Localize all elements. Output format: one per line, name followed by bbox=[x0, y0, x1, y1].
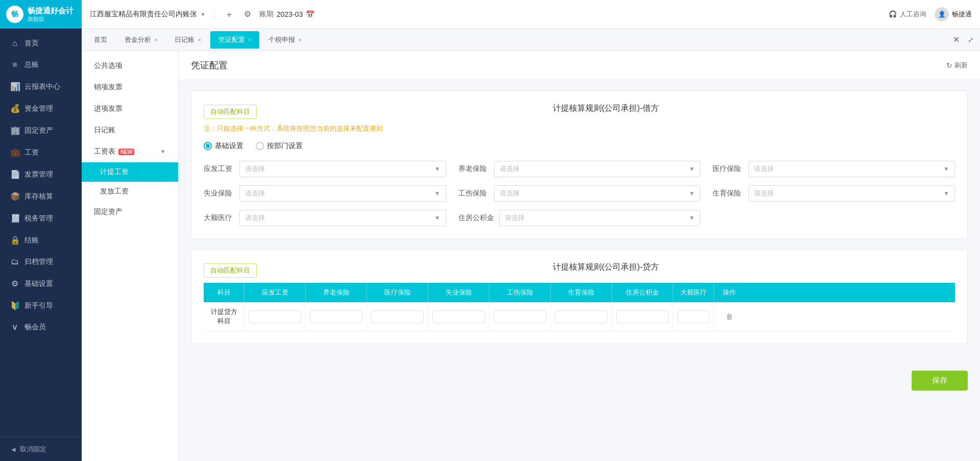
table-row: 计提贷方科目 bbox=[204, 302, 955, 331]
th-pension: 养老保险 bbox=[306, 283, 367, 302]
sidebar-item-ledger[interactable]: ≡ 总账 bbox=[0, 54, 82, 76]
th-large-medical: 大额医疗 bbox=[673, 283, 714, 302]
th-action: 操作 bbox=[714, 283, 745, 302]
left-nav-pay-salary[interactable]: 发放工资 bbox=[82, 182, 178, 201]
credit-section: 自动匹配科目 计提核算规则(公司承担)-贷方 科目 应发工资 养老保险 医疗保险… bbox=[191, 249, 968, 344]
td-maternity-input[interactable] bbox=[555, 310, 607, 323]
invoice-icon: 📄 bbox=[10, 169, 19, 179]
sidebar-item-settings[interactable]: ⚙ 基础设置 bbox=[0, 273, 82, 295]
work-injury-chevron-icon: ▼ bbox=[689, 190, 695, 197]
save-button[interactable]: 保存 bbox=[912, 371, 968, 391]
left-nav-salary-table[interactable]: 工资表 NEW ▼ bbox=[82, 141, 178, 162]
debit-radio-group: 基础设置 按部门设置 bbox=[204, 141, 955, 151]
unemployment-label: 失业保险 bbox=[204, 189, 234, 198]
sidebar-item-salary[interactable]: 💼 工资 bbox=[0, 141, 82, 163]
large-medical-select[interactable]: 请选择 ▼ bbox=[239, 210, 446, 226]
funds-icon: 💰 bbox=[10, 104, 19, 113]
sidebar-item-inventory[interactable]: 📦 库存核算 bbox=[0, 185, 82, 207]
radio-basic[interactable]: 基础设置 bbox=[204, 141, 243, 151]
refresh-button[interactable]: ↻ 刷新 bbox=[946, 61, 968, 70]
maternity-select[interactable]: 请选择 ▼ bbox=[748, 185, 955, 202]
reports-icon: 📊 bbox=[10, 82, 19, 91]
td-housing-fund-input[interactable] bbox=[616, 310, 669, 323]
salary-icon: 💼 bbox=[10, 148, 19, 157]
left-nav-journal[interactable]: 日记账 bbox=[82, 119, 178, 141]
td-medical-input[interactable] bbox=[371, 310, 424, 323]
housing-fund-select[interactable]: 请选择 ▼ bbox=[499, 210, 701, 226]
settings-button[interactable]: ⚙ bbox=[242, 7, 253, 21]
salary-select[interactable]: 请选择 ▼ bbox=[239, 161, 446, 177]
cancel-fixed-button[interactable]: ◄ 取消固定 bbox=[0, 437, 82, 461]
tab-tax[interactable]: 个税申报 × bbox=[260, 31, 309, 48]
tab-tax-close[interactable]: × bbox=[298, 37, 301, 43]
radio-dept[interactable]: 按部门设置 bbox=[256, 141, 303, 151]
tab-funds[interactable]: 资金分析 × bbox=[116, 31, 165, 48]
left-nav-calc-salary[interactable]: 计提工资 bbox=[82, 162, 178, 182]
debit-section-title: 计提核算规则(公司承担)-借方 bbox=[553, 103, 659, 114]
work-injury-label: 工伤保险 bbox=[458, 189, 489, 198]
td-housing-fund[interactable] bbox=[612, 302, 673, 331]
td-maternity[interactable] bbox=[551, 302, 612, 331]
tab-home[interactable]: 首页 bbox=[86, 31, 115, 48]
left-nav-sales[interactable]: 销项发票 bbox=[82, 77, 178, 98]
sidebar-item-invoice[interactable]: 📄 发票管理 bbox=[0, 163, 82, 185]
th-salary: 应发工资 bbox=[244, 283, 306, 302]
radio-basic-dot bbox=[206, 144, 210, 148]
sidebar-item-assets[interactable]: 🏢 固定资产 bbox=[0, 119, 82, 141]
left-nav-fixed-assets[interactable]: 固定资产 bbox=[82, 201, 178, 223]
tabbar-expand-button[interactable]: ⤢ bbox=[966, 34, 976, 46]
medical-select[interactable]: 请选择 ▼ bbox=[748, 161, 955, 177]
form-item-maternity: 生育保险 请选择 ▼ bbox=[713, 185, 955, 202]
tab-voucher-close[interactable]: × bbox=[248, 37, 251, 43]
sidebar-item-closing[interactable]: 🔒 结账 bbox=[0, 229, 82, 251]
sidebar-item-home[interactable]: ⌂ 首页 bbox=[0, 33, 82, 54]
tab-journal[interactable]: 日记账 × bbox=[166, 31, 209, 48]
work-injury-select[interactable]: 请选择 ▼ bbox=[494, 185, 701, 202]
sidebar-item-guide[interactable]: 🔰 新手引导 bbox=[0, 295, 82, 317]
form-item-salary: 应发工资 请选择 ▼ bbox=[204, 161, 446, 177]
support-button[interactable]: 🎧 人工咨询 bbox=[889, 10, 926, 19]
tab-voucher[interactable]: 凭证配置 × bbox=[210, 31, 259, 48]
td-unemployment[interactable] bbox=[428, 302, 489, 331]
td-pension[interactable] bbox=[306, 302, 367, 331]
credit-auto-match-button[interactable]: 自动匹配科目 bbox=[204, 263, 257, 278]
salary-chevron-icon: ▼ bbox=[434, 165, 440, 173]
td-salary[interactable] bbox=[244, 302, 306, 331]
tab-journal-close[interactable]: × bbox=[198, 37, 201, 43]
avatar: 👤 bbox=[935, 7, 949, 21]
user-button[interactable]: 👤 畅捷通 bbox=[935, 7, 972, 21]
company-selector[interactable]: 江西服宝精品有限责任公司内账张 ▼ bbox=[90, 10, 206, 19]
td-unemployment-input[interactable] bbox=[432, 310, 485, 323]
sidebar-item-reports[interactable]: 📊 云报表中心 bbox=[0, 76, 82, 98]
pension-select[interactable]: 请选择 ▼ bbox=[494, 161, 701, 177]
sidebar-item-tax[interactable]: 🧾 税务管理 bbox=[0, 207, 82, 229]
sidebar-item-vip[interactable]: V 畅会员 bbox=[0, 317, 82, 338]
home-icon: ⌂ bbox=[10, 39, 19, 48]
sidebar-nav: ⌂ 首页 ≡ 总账 📊 云报表中心 💰 资金管理 🏢 固定资产 💼 工资 📄 发… bbox=[0, 29, 82, 437]
delete-row-button[interactable]: 🗑 bbox=[726, 312, 733, 321]
td-action[interactable]: 🗑 bbox=[714, 302, 745, 331]
td-large-medical-input[interactable] bbox=[677, 310, 709, 323]
unemployment-select[interactable]: 请选择 ▼ bbox=[239, 185, 446, 202]
debit-auto-match-button[interactable]: 自动匹配科目 bbox=[204, 105, 257, 119]
left-nav-public[interactable]: 公共选项 bbox=[82, 55, 178, 77]
credit-section-title: 计提核算规则(公司承担)-贷方 bbox=[553, 262, 659, 273]
refresh-icon: ↻ bbox=[946, 61, 952, 69]
tab-funds-close[interactable]: × bbox=[154, 37, 157, 43]
td-work-injury[interactable] bbox=[489, 302, 551, 331]
td-pension-input[interactable] bbox=[310, 310, 362, 323]
td-salary-input[interactable] bbox=[249, 310, 301, 323]
content-header: 凭证配置 ↻ 刷新 bbox=[179, 51, 980, 80]
td-work-injury-input[interactable] bbox=[494, 310, 546, 323]
sidebar-item-funds[interactable]: 💰 资金管理 bbox=[0, 98, 82, 119]
pension-label: 养老保险 bbox=[458, 164, 489, 174]
tabbar-close-button[interactable]: ✕ bbox=[951, 33, 962, 46]
td-medical[interactable] bbox=[367, 302, 428, 331]
period-selector[interactable]: 账期 2023-03 📅 bbox=[259, 10, 314, 19]
debit-form-grid: 应发工资 请选择 ▼ 养老保险 请选择 ▼ bbox=[204, 161, 955, 226]
sidebar-item-archive[interactable]: 🗂 归档管理 bbox=[0, 251, 82, 273]
add-button[interactable]: ＋ bbox=[223, 6, 236, 22]
left-nav-purchase[interactable]: 进项发票 bbox=[82, 98, 178, 119]
td-large-medical[interactable] bbox=[673, 302, 714, 331]
logo-text: 畅捷通好会计 旗舰版 bbox=[28, 6, 74, 23]
